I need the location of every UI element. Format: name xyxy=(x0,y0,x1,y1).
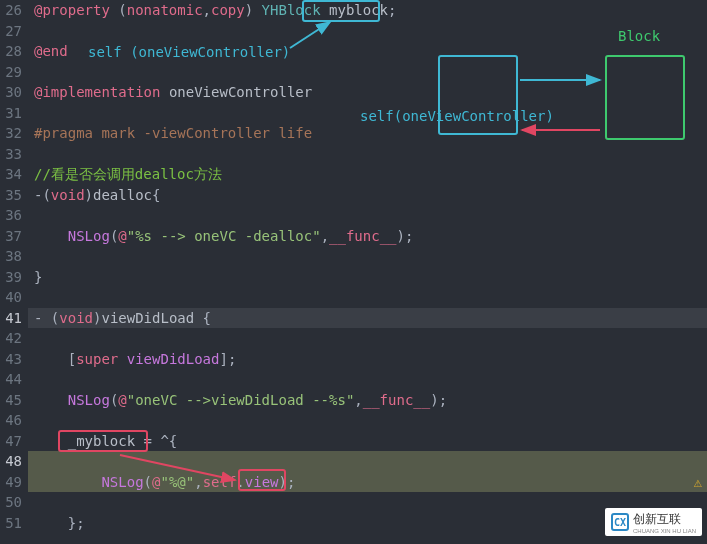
watermark: CX 创新互联 CHUANG XIN HU LIAN xyxy=(605,508,702,536)
watermark-text: 创新互联 xyxy=(633,512,681,526)
code-line[interactable]: [super viewDidLoad]; xyxy=(28,349,707,370)
line-number: 50 xyxy=(4,492,22,513)
code-line[interactable]: NSLog(@"%@",self.view);⚠ xyxy=(28,472,707,493)
line-number: 42 xyxy=(4,328,22,349)
line-number: 35 xyxy=(4,185,22,206)
line-number: 31 xyxy=(4,103,22,124)
code-line[interactable]: NSLog(@"oneVC -->viewDidLoad --%s",__fun… xyxy=(28,390,707,411)
line-number: 45 xyxy=(4,390,22,411)
line-number: 43 xyxy=(4,349,22,370)
line-number: 46 xyxy=(4,410,22,431)
code-line[interactable] xyxy=(28,369,707,390)
code-line[interactable]: @end xyxy=(28,41,707,62)
code-line[interactable] xyxy=(28,451,707,472)
line-number: 28 xyxy=(4,41,22,62)
code-line[interactable]: @implementation oneViewController xyxy=(28,82,707,103)
line-number: 49 xyxy=(4,472,22,493)
line-number: 48 xyxy=(4,451,22,472)
line-number: 36 xyxy=(4,205,22,226)
code-line[interactable] xyxy=(28,103,707,124)
line-number: 27 xyxy=(4,21,22,42)
watermark-logo-icon: CX xyxy=(611,513,629,531)
code-line[interactable] xyxy=(28,144,707,165)
code-line[interactable]: } xyxy=(28,267,707,288)
line-number: 30 xyxy=(4,82,22,103)
code-line[interactable]: - (void)viewDidLoad { xyxy=(28,308,707,329)
line-number: 37 xyxy=(4,226,22,247)
line-number-gutter: 26 27 28 29 30 31 32 33 34 35 36 37 38 3… xyxy=(0,0,28,544)
line-number: 47 xyxy=(4,431,22,452)
line-number: 44 xyxy=(4,369,22,390)
code-line[interactable]: -(void)dealloc{ xyxy=(28,185,707,206)
code-line[interactable]: @property (nonatomic,copy) YHBlock myblo… xyxy=(28,0,707,21)
line-number: 26 xyxy=(4,0,22,21)
line-number: 40 xyxy=(4,287,22,308)
line-number: 29 xyxy=(4,62,22,83)
code-line[interactable] xyxy=(28,21,707,42)
code-editor[interactable]: 26 27 28 29 30 31 32 33 34 35 36 37 38 3… xyxy=(0,0,707,544)
line-number: 33 xyxy=(4,144,22,165)
line-number: 39 xyxy=(4,267,22,288)
code-line[interactable]: //看是否会调用dealloc方法 xyxy=(28,164,707,185)
line-number: 51 xyxy=(4,513,22,534)
line-number: 34 xyxy=(4,164,22,185)
code-line[interactable] xyxy=(28,205,707,226)
line-number: 38 xyxy=(4,246,22,267)
line-number: 41 xyxy=(4,308,22,329)
watermark-subtext: CHUANG XIN HU LIAN xyxy=(633,528,696,534)
code-line[interactable] xyxy=(28,328,707,349)
code-line[interactable] xyxy=(28,62,707,83)
code-line[interactable] xyxy=(28,246,707,267)
code-line[interactable] xyxy=(28,287,707,308)
code-line[interactable]: #pragma mark -viewController life xyxy=(28,123,707,144)
code-area[interactable]: @property (nonatomic,copy) YHBlock myblo… xyxy=(28,0,707,544)
code-line[interactable]: _myblock = ^{ xyxy=(28,431,707,452)
code-line[interactable] xyxy=(28,410,707,431)
warning-icon[interactable]: ⚠ xyxy=(694,472,702,493)
code-line[interactable]: NSLog(@"%s --> oneVC -dealloc",__func__)… xyxy=(28,226,707,247)
line-number: 32 xyxy=(4,123,22,144)
